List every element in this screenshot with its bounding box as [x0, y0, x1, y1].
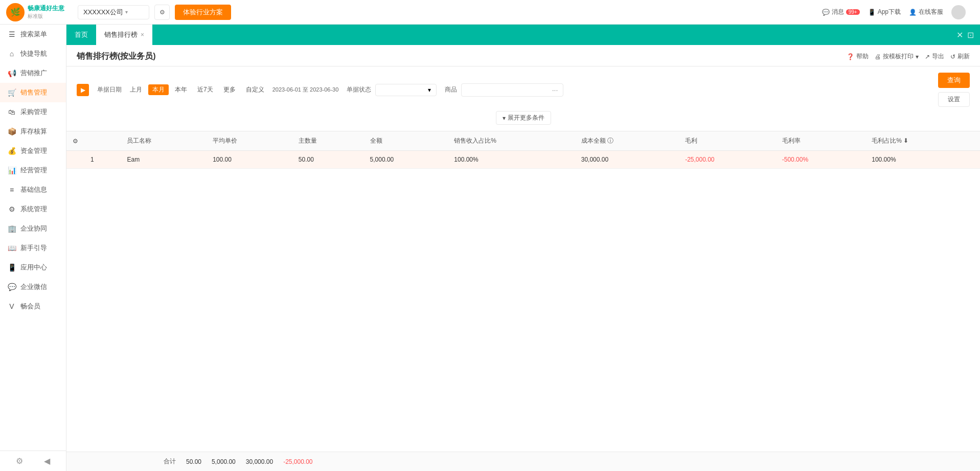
- col-sales-pct: 销售收入占比%: [448, 131, 575, 151]
- print-chevron-icon: ▾: [916, 53, 919, 60]
- footer-amount: 5,000.00: [212, 458, 236, 465]
- goods-dots[interactable]: ···: [552, 86, 558, 94]
- sidebar-item-apps[interactable]: 📱 应用中心: [0, 258, 66, 277]
- service-label: 在线客服: [919, 8, 943, 16]
- gear-button[interactable]: ⚙: [154, 5, 170, 20]
- row-avg-price: 100.00: [207, 151, 292, 169]
- sidebar-item-guide[interactable]: 📖 新手引导: [0, 238, 66, 258]
- company-selector[interactable]: XXXXXX公司 ▾: [78, 5, 149, 19]
- top-bar: 🌿 畅康通好生意 标准版 XXXXXX公司 ▾ ⚙ 体验行业方案 💬 消息 99…: [0, 0, 980, 25]
- col-gross: 毛利: [679, 131, 776, 151]
- date-tab-current-year[interactable]: 本年: [171, 84, 191, 95]
- goods-label: 商品: [445, 85, 457, 94]
- sidebar-label-sales: 销售管理: [20, 88, 47, 97]
- print-button[interactable]: 🖨 按模板打印 ▾: [875, 52, 919, 61]
- date-tab-more[interactable]: 更多: [219, 84, 240, 95]
- sidebar-label-marketing: 营销推广: [20, 69, 47, 78]
- col-settings[interactable]: ⚙: [66, 131, 84, 151]
- settings-icon[interactable]: ⚙: [16, 456, 23, 466]
- sidebar-item-wechat[interactable]: 💬 企业微信: [0, 277, 66, 297]
- sidebar-item-marketing[interactable]: 📢 营销推广: [0, 63, 66, 83]
- row-name: Eam: [121, 151, 207, 169]
- data-table: ⚙ 员工名称 平均单价 主数量 全额 销售收入占比% 成本全额 ⓘ 毛利 毛利率…: [66, 131, 980, 169]
- print-label: 按模板打印: [883, 52, 914, 61]
- sidebar-item-system[interactable]: ⚙ 系统管理: [0, 199, 66, 219]
- sidebar-item-finance[interactable]: 💰 资金管理: [0, 141, 66, 161]
- status-label: 单据状态: [347, 85, 371, 94]
- sidebar-item-search[interactable]: ☰ 搜索菜单: [0, 25, 66, 44]
- col-name: 员工名称: [121, 131, 207, 151]
- app-download-button[interactable]: 📱 App下载: [868, 8, 901, 16]
- sidebar: ☰ 搜索菜单 ⌂ 快捷导航 📢 营销推广 🛒 销售管理 🛍 采购管理 📦 库: [0, 25, 66, 471]
- export-button[interactable]: ↗ 导出: [925, 52, 944, 61]
- operations-icon: 📊: [7, 166, 16, 174]
- tab-home-label: 首页: [75, 30, 88, 39]
- marketing-icon: 📢: [7, 69, 16, 77]
- print-icon: 🖨: [875, 53, 881, 60]
- date-tab-current-month[interactable]: 本月: [148, 84, 169, 95]
- online-service-button[interactable]: 👤 在线客服: [909, 8, 943, 16]
- sidebar-label-quick-nav: 快捷导航: [20, 49, 47, 58]
- trial-button[interactable]: 体验行业方案: [175, 5, 231, 20]
- tab-sales-ranking[interactable]: 销售排行榜 ×: [96, 25, 152, 45]
- sidebar-item-sales[interactable]: 🛒 销售管理: [0, 83, 66, 102]
- sidebar-bottom: ⚙ ◀: [0, 451, 66, 471]
- collapse-icon[interactable]: ◀: [44, 456, 50, 466]
- settings-button[interactable]: 设置: [938, 92, 970, 107]
- logo-area: 🌿 畅康通好生意 标准版: [6, 3, 73, 21]
- message-badge: 99+: [846, 9, 860, 15]
- sidebar-item-purchase[interactable]: 🛍 采购管理: [0, 102, 66, 122]
- expand-label: 展开更多条件: [508, 114, 544, 122]
- basic-icon: ≡: [7, 186, 16, 194]
- tab-close-icon[interactable]: ×: [141, 31, 144, 38]
- status-select[interactable]: ▾: [375, 84, 437, 96]
- table-container: ⚙ 员工名称 平均单价 主数量 全额 销售收入占比% 成本全额 ⓘ 毛利 毛利率…: [66, 131, 980, 452]
- maximize-icon[interactable]: ⊡: [967, 30, 974, 40]
- logo-line1: 畅康通好生意: [28, 5, 64, 13]
- refresh-button[interactable]: ↺ 刷新: [950, 52, 970, 61]
- tab-home[interactable]: 首页: [66, 25, 96, 45]
- app-label: App下载: [878, 8, 901, 16]
- date-tab-custom[interactable]: 自定义: [242, 84, 268, 95]
- search-icon: ☰: [7, 30, 16, 38]
- header-actions: ❓ 帮助 🖨 按模板打印 ▾ ↗ 导出 ↺ 刷新: [847, 52, 970, 61]
- goods-filter: 商品 ···: [445, 83, 563, 97]
- sidebar-label-inventory: 库存核算: [20, 127, 47, 136]
- sidebar-item-operations[interactable]: 📊 经营管理: [0, 161, 66, 180]
- table-row: 1 Eam 100.00 50.00 5,000.00 100.00% 30,0…: [66, 151, 980, 169]
- refresh-icon: ↺: [950, 53, 955, 60]
- close-window-icon[interactable]: ✕: [956, 30, 963, 40]
- sidebar-item-enterprise[interactable]: 🏢 企业协同: [0, 219, 66, 238]
- expand-row: ▾ 展开更多条件: [77, 111, 970, 125]
- main-area: ☰ 搜索菜单 ⌂ 快捷导航 📢 营销推广 🛒 销售管理 🛍 采购管理 📦 库: [0, 25, 980, 471]
- sidebar-label-finance: 资金管理: [20, 146, 47, 155]
- sidebar-label-system: 系统管理: [20, 205, 47, 214]
- sidebar-item-member[interactable]: V 畅会员: [0, 297, 66, 316]
- goods-select[interactable]: ···: [461, 83, 563, 97]
- sidebar-label-enterprise: 企业协同: [20, 224, 47, 233]
- app-container: 🌿 畅康通好生意 标准版 XXXXXX公司 ▾ ⚙ 体验行业方案 💬 消息 99…: [0, 0, 980, 471]
- sidebar-item-basic[interactable]: ≡ 基础信息: [0, 180, 66, 199]
- expand-arrow-button[interactable]: ▶: [77, 84, 89, 96]
- sidebar-label-search: 搜索菜单: [20, 30, 47, 39]
- sidebar-item-inventory[interactable]: 📦 库存核算: [0, 122, 66, 141]
- tab-bar: 首页 销售排行榜 × ✕ ⊡: [66, 25, 980, 45]
- purchase-icon: 🛍: [7, 108, 16, 116]
- expand-conditions-button[interactable]: ▾ 展开更多条件: [496, 111, 551, 125]
- row-settings: [66, 151, 84, 169]
- date-label: 单据日期: [97, 85, 122, 94]
- service-icon: 👤: [909, 9, 917, 16]
- col-avg-price: 平均单价: [207, 131, 292, 151]
- help-button[interactable]: ❓ 帮助: [847, 52, 869, 61]
- logo-text: 畅康通好生意 标准版: [28, 5, 64, 19]
- message-button[interactable]: 💬 消息 99+: [822, 8, 860, 16]
- export-icon: ↗: [925, 53, 930, 60]
- date-tab-7days[interactable]: 近7天: [193, 84, 217, 95]
- row-gross-rate: -500.00%: [776, 151, 866, 169]
- query-button[interactable]: 查询: [938, 73, 970, 88]
- date-tab-prev-month[interactable]: 上月: [126, 84, 146, 95]
- status-filter: 单据状态 ▾: [347, 84, 437, 96]
- sidebar-item-quick-nav[interactable]: ⌂ 快捷导航: [0, 44, 66, 63]
- avatar: [951, 5, 966, 19]
- export-label: 导出: [932, 52, 944, 61]
